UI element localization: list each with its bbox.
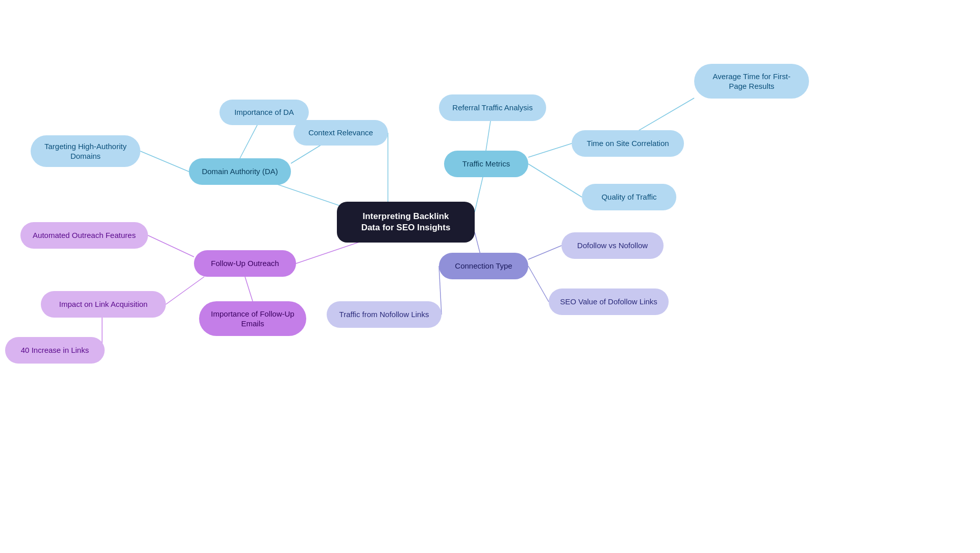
- svg-line-13: [245, 277, 253, 301]
- quality-of-traffic-node[interactable]: Quality of Traffic: [582, 184, 676, 210]
- svg-line-16: [528, 246, 561, 259]
- time-on-site-node[interactable]: Time on Site Correlation: [572, 130, 684, 157]
- follow-up-outreach-node[interactable]: Follow-Up Outreach: [194, 250, 296, 277]
- impact-link-node[interactable]: Impact on Link Acquisition: [41, 291, 166, 318]
- svg-line-12: [166, 277, 204, 304]
- domain-authority-node[interactable]: Domain Authority (DA): [189, 158, 291, 185]
- automated-outreach-node[interactable]: Automated Outreach Features: [20, 222, 148, 249]
- targeting-high-authority-node[interactable]: Targeting High-Authority Domains: [31, 135, 140, 167]
- traffic-nofollow-node[interactable]: Traffic from Nofollow Links: [327, 301, 442, 328]
- svg-line-11: [148, 235, 194, 257]
- seo-value-node[interactable]: SEO Value of Dofollow Links: [549, 288, 669, 315]
- avg-time-node[interactable]: Average Time for First-Page Results: [694, 64, 809, 99]
- traffic-metrics-node[interactable]: Traffic Metrics: [444, 151, 528, 177]
- svg-line-7: [528, 143, 572, 157]
- center-node[interactable]: Interpreting Backlink Data for SEO Insig…: [337, 202, 475, 243]
- context-relevance-node[interactable]: Context Relevance: [293, 120, 388, 146]
- svg-line-8: [528, 164, 582, 197]
- increase-links-node[interactable]: 40 Increase in Links: [5, 337, 105, 364]
- referral-traffic-node[interactable]: Referral Traffic Analysis: [439, 94, 546, 121]
- connection-type-node[interactable]: Connection Type: [439, 253, 528, 279]
- dofollow-nofollow-node[interactable]: Dofollow vs Nofollow: [561, 232, 664, 259]
- svg-line-2: [140, 151, 189, 172]
- svg-line-17: [528, 266, 549, 302]
- importance-followup-node[interactable]: Importance of Follow-Up Emails: [199, 301, 306, 336]
- importance-of-da-node[interactable]: Importance of DA: [219, 100, 309, 125]
